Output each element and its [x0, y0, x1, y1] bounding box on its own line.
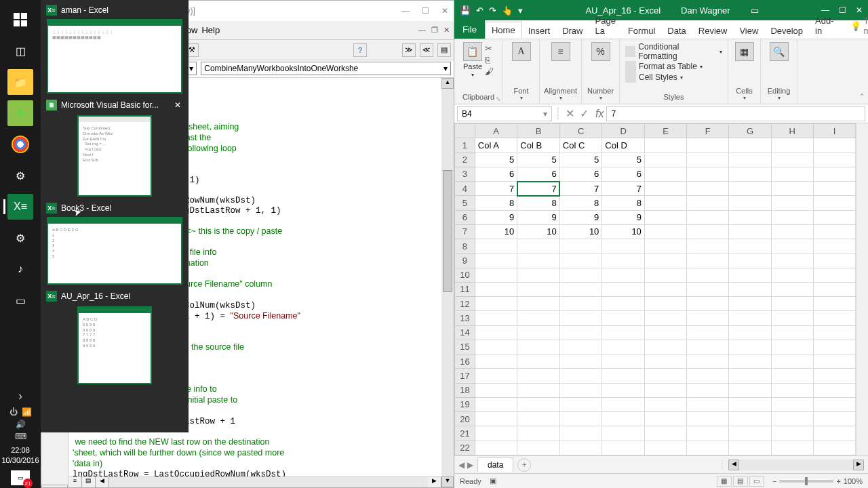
view-layout-button[interactable]: ▤ — [733, 476, 748, 487]
cell[interactable] — [517, 268, 560, 282]
cell[interactable] — [475, 383, 517, 397]
task-view-button[interactable]: ◫ — [7, 38, 33, 64]
cell[interactable] — [475, 268, 517, 282]
cell[interactable] — [771, 297, 813, 311]
zoom-control[interactable]: − + 100% — [772, 477, 863, 485]
cell[interactable] — [517, 383, 560, 397]
cell[interactable] — [729, 397, 771, 411]
cell[interactable] — [729, 426, 771, 441]
column-header[interactable]: B — [517, 124, 560, 138]
cell[interactable] — [687, 325, 729, 340]
cell[interactable] — [813, 397, 855, 411]
thumbnail[interactable]: A B C D E F G12345 — [47, 217, 182, 285]
cell[interactable] — [644, 239, 686, 253]
cell[interactable] — [602, 397, 645, 411]
cell[interactable] — [687, 268, 729, 282]
collapse-ribbon-icon[interactable]: ˄ — [860, 93, 864, 102]
cell[interactable] — [644, 182, 686, 196]
conditional-formatting-button[interactable]: Conditional Formatting▾ — [625, 42, 722, 61]
formula-input[interactable]: 7 — [606, 106, 865, 121]
cell[interactable]: 5 — [602, 152, 645, 167]
hscroll-left-icon[interactable]: ◀ — [728, 460, 739, 470]
cell[interactable] — [559, 426, 602, 441]
procedure-combo[interactable]: CombineManyWorkbooksIntoOneWorkshe▾ — [201, 62, 451, 75]
enter-button[interactable]: ✓ — [580, 107, 589, 120]
cell[interactable] — [813, 412, 855, 426]
cell[interactable] — [559, 253, 602, 268]
cell-styles-button[interactable]: Cell Styles▾ — [625, 72, 683, 83]
account-icon[interactable]: ▭ — [751, 5, 759, 16]
zoom-out-button[interactable]: − — [772, 477, 776, 485]
notifications-button[interactable]: ▭21 — [11, 470, 30, 485]
cell[interactable] — [602, 268, 645, 282]
cell[interactable] — [813, 340, 855, 354]
row-header[interactable]: 6 — [455, 210, 475, 224]
cell[interactable]: 8 — [517, 196, 560, 210]
cell[interactable] — [517, 253, 560, 268]
tab-file[interactable]: File — [454, 20, 485, 39]
row-header[interactable]: 4 — [455, 182, 475, 196]
expand-icon[interactable]: › — [0, 386, 41, 406]
cell[interactable] — [813, 369, 855, 383]
cell[interactable] — [559, 311, 602, 325]
tab-home[interactable]: Home — [485, 22, 522, 39]
cell[interactable] — [687, 196, 729, 210]
cell[interactable] — [771, 412, 813, 426]
cell[interactable]: 10 — [602, 224, 645, 239]
cell[interactable] — [771, 340, 813, 354]
cell[interactable] — [602, 253, 645, 268]
cell[interactable] — [771, 224, 813, 239]
number-button[interactable]: % — [591, 42, 610, 61]
row-header[interactable]: 13 — [455, 311, 475, 325]
switcher-item[interactable]: X≡Book3 - Excel A B C D E F G12345 — [43, 201, 186, 285]
cell[interactable] — [644, 196, 686, 210]
cell[interactable] — [475, 354, 517, 369]
thumbnail[interactable]: ⋮⋮⋮⋮⋮⋮⋮⋮⋮⋮⋮⋮⋮⋮⋮▦▦▦▦▦▦▦▦▦▦▦▦ — [47, 19, 182, 94]
cell[interactable] — [729, 354, 771, 369]
cell[interactable] — [517, 297, 560, 311]
cell[interactable] — [559, 297, 602, 311]
wifi-icon[interactable]: 📶 — [22, 407, 32, 417]
cell[interactable] — [687, 311, 729, 325]
cell[interactable] — [517, 412, 560, 426]
cell[interactable] — [559, 325, 602, 340]
cell[interactable] — [729, 282, 771, 296]
cell[interactable] — [771, 152, 813, 167]
cell[interactable] — [813, 441, 855, 455]
cell[interactable] — [771, 397, 813, 411]
excel-titlebar[interactable]: 💾 ↶ ↷ 👆 ▾ AU_Apr_16 - Excel Dan Wagner ▭… — [454, 0, 868, 20]
cell[interactable] — [517, 325, 560, 340]
cell[interactable] — [771, 167, 813, 181]
redo-button[interactable]: ↷ — [489, 5, 496, 16]
cell[interactable] — [771, 311, 813, 325]
cell[interactable] — [771, 239, 813, 253]
cell[interactable] — [771, 253, 813, 268]
cell[interactable] — [813, 383, 855, 397]
cell[interactable] — [644, 383, 686, 397]
cell[interactable]: Col C — [559, 138, 602, 152]
switcher-item[interactable]: 🗎Microsoft Visual Basic for...✕ Sub Comb… — [43, 98, 186, 197]
row-header[interactable]: 11 — [455, 282, 475, 296]
cell[interactable] — [687, 412, 729, 426]
cell[interactable] — [813, 167, 855, 181]
cell[interactable] — [644, 397, 686, 411]
row-header[interactable]: 18 — [455, 383, 475, 397]
cell[interactable]: 9 — [602, 210, 645, 224]
cell[interactable] — [602, 441, 645, 455]
cell[interactable] — [475, 282, 517, 296]
cell[interactable] — [813, 282, 855, 296]
cell[interactable] — [559, 441, 602, 455]
cell[interactable] — [687, 167, 729, 181]
cell[interactable] — [729, 311, 771, 325]
editing-button[interactable]: 🔍 — [770, 42, 789, 61]
cell[interactable] — [729, 167, 771, 181]
cell[interactable] — [644, 268, 686, 282]
cell[interactable] — [559, 369, 602, 383]
cell[interactable] — [475, 369, 517, 383]
cell[interactable] — [559, 412, 602, 426]
cell[interactable]: 10 — [517, 224, 560, 239]
cell[interactable] — [687, 224, 729, 239]
cell[interactable] — [729, 138, 771, 152]
cell[interactable] — [729, 297, 771, 311]
cell[interactable] — [729, 412, 771, 426]
